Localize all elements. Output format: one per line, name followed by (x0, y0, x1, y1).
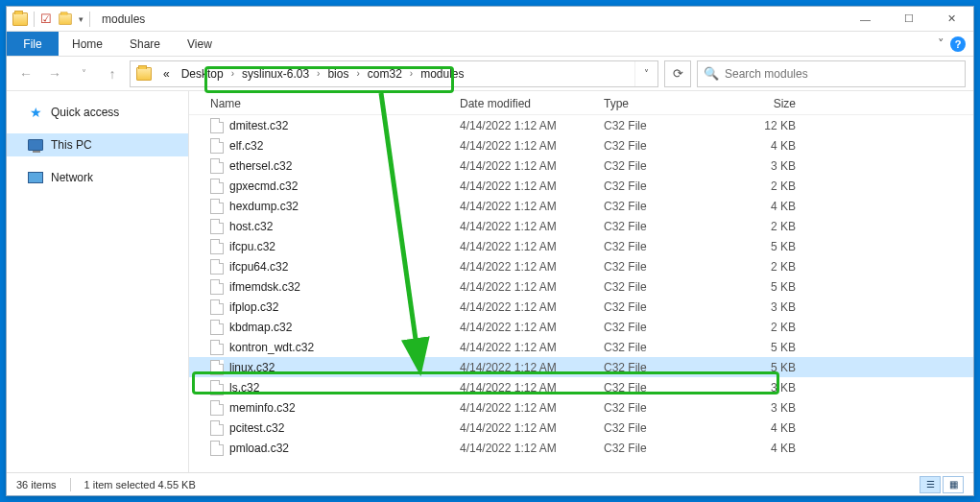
file-icon (210, 239, 224, 254)
file-tab[interactable]: File (7, 32, 59, 56)
file-date: 4/14/2022 1:12 AM (460, 381, 604, 394)
help-icon[interactable]: ? (950, 36, 966, 52)
file-name: pcitest.c32 (229, 421, 460, 435)
breadcrumb-seg-2[interactable]: com32 (362, 61, 408, 86)
search-input[interactable] (725, 67, 959, 81)
content-area: ★ Quick access This PC Network Name Date… (7, 91, 973, 472)
address-bar[interactable]: « Desktop › syslinux-6.03 › bios › com32… (130, 60, 658, 87)
sidebar-item-quick-access[interactable]: ★ Quick access (7, 101, 188, 124)
close-button[interactable]: ✕ (930, 7, 973, 32)
file-date: 4/14/2022 1:12 AM (460, 442, 604, 455)
file-row[interactable]: linux.c324/14/2022 1:12 AMC32 File5 KB (189, 357, 973, 377)
file-icon (210, 441, 224, 456)
up-button[interactable]: ↑ (101, 62, 124, 85)
chevron-right-icon[interactable]: › (354, 68, 361, 79)
nav-pane: ★ Quick access This PC Network (7, 91, 189, 472)
breadcrumb-prefix[interactable]: « (157, 61, 176, 86)
column-headers: Name Date modified Type Size (189, 91, 973, 115)
col-header-size[interactable]: Size (719, 97, 796, 110)
ribbon: File Home Share View ˅ ? (7, 32, 973, 57)
file-name: hexdump.c32 (229, 200, 460, 213)
breadcrumb-seg-1[interactable]: bios (322, 61, 354, 86)
forward-button[interactable]: → (43, 62, 66, 85)
file-type: C32 File (604, 300, 719, 314)
file-icon (210, 299, 224, 315)
qat-dropdown-icon[interactable]: ▾ (79, 14, 84, 24)
file-row[interactable]: ifcpu.c324/14/2022 1:12 AMC32 File5 KB (189, 236, 973, 256)
file-icon (210, 219, 224, 234)
col-header-name[interactable]: Name (210, 97, 460, 110)
pc-icon (28, 137, 43, 153)
sidebar-item-label: Quick access (51, 106, 119, 119)
file-date: 4/14/2022 1:12 AM (460, 280, 604, 294)
address-dropdown-icon[interactable]: ˅ (634, 61, 657, 86)
file-row[interactable]: kbdmap.c324/14/2022 1:12 AMC32 File2 KB (189, 317, 973, 337)
file-size: 5 KB (719, 240, 796, 253)
file-row[interactable]: kontron_wdt.c324/14/2022 1:12 AMC32 File… (189, 337, 973, 357)
tab-share[interactable]: Share (116, 32, 174, 56)
sidebar-item-this-pc[interactable]: This PC (7, 133, 188, 156)
file-row[interactable]: ls.c324/14/2022 1:12 AMC32 File3 KB (189, 377, 973, 397)
window-title: modules (102, 12, 145, 26)
back-button[interactable]: ← (14, 62, 37, 85)
file-row[interactable]: ifplop.c324/14/2022 1:12 AMC32 File3 KB (189, 297, 973, 317)
file-date: 4/14/2022 1:12 AM (460, 401, 604, 415)
file-icon (210, 320, 224, 335)
new-folder-icon[interactable] (59, 13, 72, 25)
view-mode-buttons: ☰ ▦ (920, 476, 964, 493)
breadcrumb-root[interactable]: Desktop (176, 61, 229, 86)
file-size: 3 KB (719, 401, 796, 415)
icons-view-button[interactable]: ▦ (943, 476, 964, 493)
explorer-window: ☑ ▾ modules — ☐ ✕ File Home Share View ˅… (6, 6, 974, 496)
file-name: ifmemdsk.c32 (229, 280, 460, 294)
chevron-right-icon[interactable]: › (408, 68, 415, 79)
search-box[interactable]: 🔍 (697, 60, 966, 87)
file-size: 4 KB (719, 442, 796, 455)
sidebar-item-label: Network (51, 171, 93, 184)
chevron-right-icon[interactable]: › (229, 68, 236, 79)
file-pane[interactable]: Name Date modified Type Size dmitest.c32… (189, 91, 973, 472)
file-size: 3 KB (719, 300, 796, 314)
chevron-right-icon[interactable]: › (315, 68, 322, 79)
file-row[interactable]: elf.c324/14/2022 1:12 AMC32 File4 KB (189, 135, 973, 155)
breadcrumb-seg-3[interactable]: modules (415, 61, 469, 86)
file-type: C32 File (604, 341, 719, 354)
file-size: 2 KB (719, 260, 796, 274)
file-type: C32 File (604, 119, 719, 132)
file-date: 4/14/2022 1:12 AM (460, 300, 604, 314)
file-row[interactable]: gpxecmd.c324/14/2022 1:12 AMC32 File2 KB (189, 176, 973, 196)
file-row[interactable]: meminfo.c324/14/2022 1:12 AMC32 File3 KB (189, 397, 973, 418)
col-header-type[interactable]: Type (604, 97, 719, 110)
window-controls: — ☐ ✕ (844, 7, 973, 32)
file-row[interactable]: ifmemdsk.c324/14/2022 1:12 AMC32 File5 K… (189, 276, 973, 297)
file-type: C32 File (604, 220, 719, 233)
file-row[interactable]: ethersel.c324/14/2022 1:12 AMC32 File3 K… (189, 155, 973, 176)
file-type: C32 File (604, 361, 719, 374)
file-date: 4/14/2022 1:12 AM (460, 119, 604, 132)
separator (89, 12, 90, 27)
details-view-button[interactable]: ☰ (920, 476, 941, 493)
file-row[interactable]: hexdump.c324/14/2022 1:12 AMC32 File4 KB (189, 196, 973, 216)
history-dropdown[interactable]: ˅ (72, 62, 95, 85)
breadcrumb-seg-0[interactable]: syslinux-6.03 (236, 61, 315, 86)
file-row[interactable]: pcitest.c324/14/2022 1:12 AMC32 File4 KB (189, 418, 973, 438)
minimize-button[interactable]: — (844, 7, 887, 32)
tab-home[interactable]: Home (59, 32, 116, 56)
status-item-count: 36 items (16, 479, 57, 490)
properties-icon[interactable]: ☑ (40, 12, 52, 26)
file-row[interactable]: dmitest.c324/14/2022 1:12 AMC32 File12 K… (189, 115, 973, 135)
maximize-button[interactable]: ☐ (887, 7, 930, 32)
status-selection: 1 item selected 4.55 KB (84, 479, 196, 490)
file-row[interactable]: host.c324/14/2022 1:12 AMC32 File2 KB (189, 216, 973, 236)
file-name: linux.c32 (229, 361, 460, 374)
tab-view[interactable]: View (174, 32, 226, 56)
refresh-button[interactable]: ⟳ (664, 60, 691, 87)
file-type: C32 File (604, 280, 719, 294)
file-row[interactable]: pmload.c324/14/2022 1:12 AMC32 File4 KB (189, 438, 973, 458)
ribbon-expand-icon[interactable]: ˅ (938, 36, 944, 51)
sidebar-item-network[interactable]: Network (7, 166, 188, 189)
file-type: C32 File (604, 139, 719, 153)
file-date: 4/14/2022 1:12 AM (460, 260, 604, 274)
col-header-date[interactable]: Date modified (460, 97, 604, 110)
file-row[interactable]: ifcpu64.c324/14/2022 1:12 AMC32 File2 KB (189, 256, 973, 276)
